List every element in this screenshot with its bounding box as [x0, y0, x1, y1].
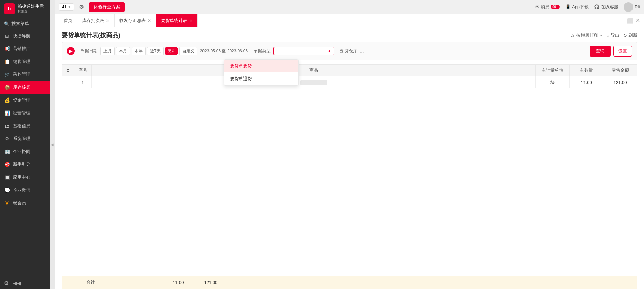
date-filter-label: 单据日期	[80, 48, 98, 54]
tab-inventory-batch[interactable]: 库存批次账 ✕	[77, 14, 115, 27]
tab-order-stat[interactable]: 要货单统计表 ✕	[156, 14, 198, 27]
filter-expand-button[interactable]: ▶	[67, 47, 75, 55]
settings-button[interactable]: 设置	[613, 46, 632, 57]
query-button[interactable]: 查询	[590, 46, 611, 57]
table-container: ⚙ 序号 商品 主计量单位 主数量 零售金额 1	[62, 64, 637, 276]
sidebar-item-system[interactable]: ⚙ 系统管理	[0, 132, 50, 145]
sidebar-label-apps: 应用中心	[13, 174, 30, 180]
export-icon: ↓	[607, 33, 610, 38]
avatar	[624, 2, 633, 12]
tab-shipment-close[interactable]: ✕	[148, 19, 151, 23]
message-icon: ✉	[535, 4, 539, 9]
sidebar-icon-operations: 📊	[4, 110, 10, 116]
sidebar-item-enterprise[interactable]: 🏢 企业协同	[0, 145, 50, 158]
sidebar-item-apps[interactable]: 🔲 应用中心	[0, 171, 50, 184]
sidebar-item-wechat[interactable]: 💬 企业微信	[0, 184, 50, 197]
sidebar-item-purchase[interactable]: 🛒 采购管理	[0, 68, 50, 81]
tabbar: 首页 库存批次账 ✕ 收发存汇总表 ✕ 要货单统计表 ✕ ⬜ ✕	[55, 14, 644, 27]
dropdown-item-order[interactable]: 要货单要货	[224, 60, 298, 72]
app-download-action[interactable]: 📱 App下载	[565, 4, 589, 10]
sidebar-item-quick-nav[interactable]: ⊞ 快捷导航	[0, 29, 50, 42]
dropdown-item-return[interactable]: 要货单退货	[224, 72, 298, 85]
industry-button[interactable]: 体验行业方案	[89, 2, 125, 12]
print-template-button[interactable]: 🖨 按模板打印 ▼	[571, 32, 603, 38]
tab-home[interactable]: 首页	[59, 14, 77, 27]
tab-order-stat-close[interactable]: ✕	[189, 19, 193, 23]
print-dropdown-icon: ▼	[600, 34, 603, 37]
headset-icon: 🎧	[594, 4, 599, 9]
sidebar-search[interactable]: 🔍 搜索菜单	[0, 18, 50, 29]
app-version: 标准版	[18, 9, 44, 14]
user-profile[interactable]: Rit	[624, 2, 640, 12]
print-icon: 🖨	[571, 33, 575, 38]
tab-shipment[interactable]: 收发存汇总表 ✕	[115, 14, 156, 27]
settings-icon[interactable]: ⚙	[4, 280, 9, 286]
export-button[interactable]: ↓ 导出	[607, 32, 620, 38]
date-btn-more[interactable]: 更多	[165, 47, 178, 55]
sidebar-icon-marketing: 📢	[4, 46, 10, 52]
sidebar-item-member[interactable]: V 畅会员	[0, 197, 50, 209]
cell-amount: 121.00	[603, 76, 637, 88]
col-header-settings[interactable]: ⚙	[62, 65, 74, 76]
sidebar-item-basic[interactable]: 🗂 基础信息	[0, 119, 50, 132]
sidebar-item-operations[interactable]: 📊 经营管理	[0, 107, 50, 119]
date-btn-custom[interactable]: 自定义	[179, 47, 197, 55]
tab-shipment-label: 收发存汇总表	[119, 18, 146, 24]
total-label: 合计	[86, 279, 95, 285]
date-btn-last-month[interactable]: 上月	[100, 47, 115, 55]
tab-inventory-batch-close[interactable]: ✕	[106, 19, 110, 23]
sidebar-item-inventory[interactable]: 📦 库存核算	[0, 81, 50, 94]
type-select[interactable]: ▲	[273, 47, 334, 55]
store-name: 41	[62, 5, 66, 9]
product-placeholder	[300, 80, 327, 85]
date-btn-this-month[interactable]: 本月	[116, 47, 130, 55]
tab-home-label: 首页	[64, 18, 72, 24]
sidebar-label-quick-nav: 快捷导航	[13, 33, 30, 39]
tab-order-stat-label: 要货单统计表	[161, 18, 187, 24]
page-header: 要货单统计表(按商品) 🖨 按模板打印 ▼ ↓ 导出 ↻ 刷新	[55, 27, 644, 42]
sidebar-item-marketing[interactable]: 📢 营销推广	[0, 42, 50, 55]
sidebar-item-sales[interactable]: 📋 销售管理	[0, 55, 50, 68]
date-btn-this-year[interactable]: 本年	[132, 47, 146, 55]
topbar-left: 41 ▼ ⚙ 体验行业方案	[59, 2, 125, 12]
content-area: 要货单统计表(按商品) 🖨 按模板打印 ▼ ↓ 导出 ↻ 刷新 ▶	[55, 27, 644, 289]
collapse-icon[interactable]: ◀◀	[13, 280, 21, 286]
sidebar-label-operations: 经营管理	[13, 110, 30, 116]
date-btn-7days[interactable]: 近7天	[147, 47, 164, 55]
sidebar-item-finance[interactable]: 💰 资金管理	[0, 94, 50, 107]
cell-unit: 块	[536, 76, 570, 88]
date-range-display: 2023-05-06 至 2023-06-06	[200, 48, 248, 54]
sidebar-icon-finance: 💰	[4, 97, 10, 103]
sidebar-nav: ⊞ 快捷导航 📢 营销推广 📋 销售管理 🛒 采购管理 📦 库存核算 💰 资金管…	[0, 29, 50, 277]
tab-close-all-icon[interactable]: ✕	[636, 17, 640, 24]
sidebar-label-basic: 基础信息	[13, 123, 30, 129]
sidebar-label-sales: 销售管理	[13, 59, 30, 65]
column-settings-icon[interactable]: ⚙	[66, 68, 70, 73]
message-action[interactable]: ✉ 消息 99+	[535, 4, 560, 10]
warehouse-more-dots[interactable]: …	[359, 48, 364, 54]
type-dropdown: 要货单要货 要货单退货	[224, 59, 299, 86]
sidebar-label-enterprise: 企业协同	[13, 149, 30, 155]
col-header-amount: 零售金额	[603, 65, 637, 76]
tab-restore-icon[interactable]: ⬜	[627, 17, 634, 24]
type-select-up-arrow: ▲	[327, 49, 331, 53]
sidebar-icon-basic: 🗂	[4, 123, 10, 129]
topbar-gear-button[interactable]: ⚙	[77, 2, 86, 12]
sidebar-label-guide: 新手引导	[13, 161, 30, 168]
sidebar-icon-system: ⚙	[4, 136, 10, 142]
cell-settings	[62, 76, 74, 88]
store-dropdown-icon: ▼	[68, 5, 71, 9]
sidebar-collapse-strip[interactable]: ◀	[50, 0, 55, 289]
logo-text-block: 畅捷通好生意 标准版	[18, 4, 44, 14]
refresh-button[interactable]: ↻ 刷新	[623, 32, 637, 38]
filter-date-group: 单据日期 上月 本月 本年 近7天 更多 自定义 2023-05-06 至 20…	[80, 47, 248, 55]
sidebar-item-guide[interactable]: 🎯 新手引导	[0, 158, 50, 171]
header-actions: 🖨 按模板打印 ▼ ↓ 导出 ↻ 刷新	[571, 32, 637, 38]
filter-warehouse-group: 要货仓库 …	[340, 48, 364, 54]
sidebar-icon-guide: 🎯	[4, 161, 10, 168]
store-selector[interactable]: 41 ▼	[59, 3, 74, 11]
sidebar-label-purchase: 采购管理	[13, 71, 30, 77]
filter-actions: 查询 设置	[590, 46, 632, 57]
online-service-action[interactable]: 🎧 在线客服	[594, 4, 618, 10]
cell-no: 1	[74, 76, 92, 88]
